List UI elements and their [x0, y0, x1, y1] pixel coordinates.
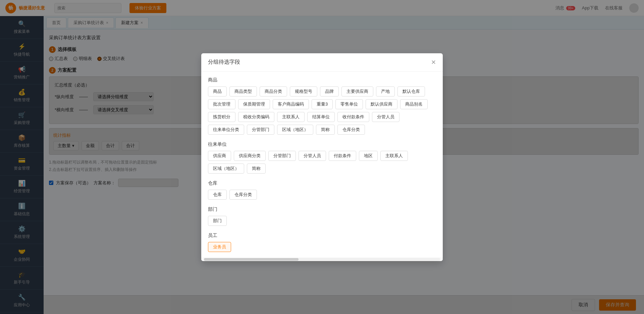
- field-tag[interactable]: 往来单位分类: [208, 125, 244, 135]
- field-tag[interactable]: 区域（地区）: [277, 125, 313, 135]
- field-section-title-staff: 员工: [208, 233, 436, 239]
- field-tags-partner: 供应商 供应商分类 分管部门 分管人员 付款条件 地区 主联系人 区域（地区） …: [208, 151, 436, 174]
- field-tag[interactable]: 零售单位: [335, 99, 363, 109]
- field-tag[interactable]: 拣货积分: [208, 112, 235, 122]
- modal-overlay: 分组待选字段 ✕ 商品 商品 商品类型 商品分类 规格型号 品牌 主要供应商 产…: [0, 0, 644, 314]
- modal-header: 分组待选字段 ✕: [201, 53, 443, 72]
- field-tag[interactable]: 仓库分类: [337, 125, 365, 135]
- field-tag[interactable]: 分管人员: [299, 151, 326, 161]
- field-tag[interactable]: 付款条件: [329, 151, 356, 161]
- field-tag[interactable]: 税收分类编码: [238, 112, 274, 122]
- field-tag[interactable]: 主联系人: [380, 151, 408, 161]
- field-tag-salesperson[interactable]: 业务员: [208, 242, 231, 252]
- field-tag[interactable]: 商品分类: [260, 86, 287, 97]
- field-tags-product: 商品 商品类型 商品分类 规格型号 品牌 主要供应商 产地 默认仓库 批次管理 …: [208, 86, 436, 135]
- field-tag[interactable]: 默认供应商: [366, 99, 397, 109]
- field-tag[interactable]: 主要供应商: [341, 86, 373, 97]
- field-section-title-partner: 往来单位: [208, 141, 436, 147]
- field-tag[interactable]: 客户商品编码: [273, 99, 309, 109]
- field-tag[interactable]: 商品别名: [400, 99, 428, 109]
- scrollbar-track: [204, 258, 440, 261]
- field-tags-staff: 业务员: [208, 242, 436, 252]
- field-tags-dept: 部门: [208, 216, 436, 226]
- field-tag[interactable]: 供应商: [208, 151, 231, 161]
- scrollbar-thumb: [204, 258, 299, 261]
- field-tag[interactable]: 仓库: [208, 190, 227, 200]
- field-tag[interactable]: 部门: [208, 216, 227, 226]
- field-tag[interactable]: 区域（地区）: [208, 164, 244, 174]
- field-tag[interactable]: 简称: [316, 125, 335, 135]
- field-tag[interactable]: 商品类型: [229, 86, 257, 97]
- modal-scrollbar[interactable]: [201, 258, 443, 261]
- field-section-product: 商品 商品 商品类型 商品分类 规格型号 品牌 主要供应商 产地 默认仓库 批次…: [208, 77, 436, 135]
- field-tag[interactable]: 保质期管理: [238, 99, 270, 109]
- field-section-staff: 员工 业务员: [208, 233, 436, 252]
- field-section-partner: 往来单位 供应商 供应商分类 分管部门 分管人员 付款条件 地区 主联系人 区域…: [208, 141, 436, 174]
- field-tag[interactable]: 主联系人: [277, 112, 305, 122]
- field-tag[interactable]: 商品: [208, 86, 227, 97]
- modal-title: 分组待选字段: [208, 59, 240, 66]
- field-tag[interactable]: 分管人员: [372, 112, 399, 122]
- field-tag[interactable]: 分管部门: [268, 151, 296, 161]
- field-tag[interactable]: 批次管理: [208, 99, 235, 109]
- field-section-title-warehouse: 仓库: [208, 180, 436, 186]
- field-section-title-product: 商品: [208, 77, 436, 83]
- field-tag[interactable]: 地区: [359, 151, 378, 161]
- field-tag[interactable]: 默认仓库: [397, 86, 425, 97]
- modal-close-btn[interactable]: ✕: [431, 59, 436, 66]
- field-tag[interactable]: 重量3: [312, 99, 333, 109]
- field-tag[interactable]: 产地: [376, 86, 395, 97]
- field-tag[interactable]: 简称: [247, 164, 266, 174]
- modal-body[interactable]: 商品 商品 商品类型 商品分类 规格型号 品牌 主要供应商 产地 默认仓库 批次…: [201, 72, 443, 258]
- field-tag[interactable]: 结算单位: [307, 112, 335, 122]
- field-section-title-dept: 部门: [208, 206, 436, 212]
- field-tag[interactable]: 品牌: [320, 86, 339, 97]
- field-tag[interactable]: 供应商分类: [234, 151, 266, 161]
- field-tag[interactable]: 分管部门: [247, 125, 274, 135]
- field-tag[interactable]: 规格型号: [290, 86, 317, 97]
- modal-dialog: 分组待选字段 ✕ 商品 商品 商品类型 商品分类 规格型号 品牌 主要供应商 产…: [201, 53, 443, 261]
- field-section-warehouse: 仓库 仓库 仓库分类: [208, 180, 436, 200]
- field-tag[interactable]: 仓库分类: [229, 190, 257, 200]
- field-section-dept: 部门 部门: [208, 206, 436, 226]
- field-tag[interactable]: 收付款条件: [337, 112, 369, 122]
- field-tags-warehouse: 仓库 仓库分类: [208, 190, 436, 200]
